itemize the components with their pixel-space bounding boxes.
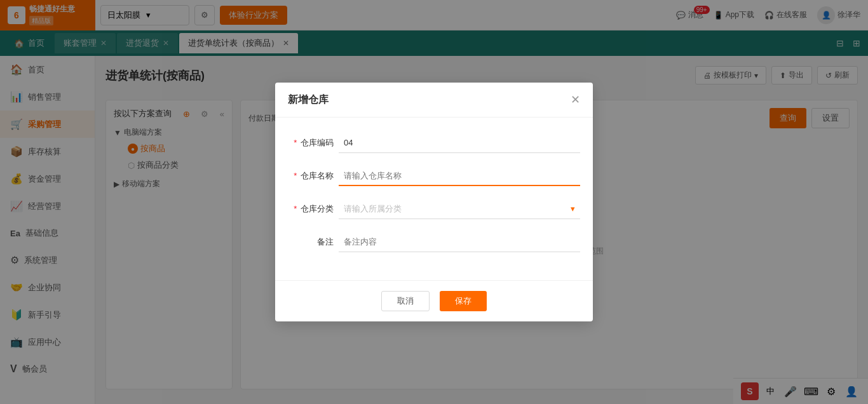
cancel-button[interactable]: 取消 bbox=[381, 291, 430, 311]
note-label: 备注 bbox=[288, 236, 339, 248]
modal-body: * 仓库编码 * 仓库名称 * 仓库分类 请输入所属 bbox=[275, 118, 593, 280]
form-row-name: * 仓库名称 bbox=[288, 166, 580, 186]
code-label: * 仓库编码 bbox=[288, 137, 339, 149]
form-row-category: * 仓库分类 请输入所属分类 ▾ bbox=[288, 199, 580, 219]
warehouse-name-input[interactable] bbox=[339, 166, 580, 186]
category-placeholder: 请输入所属分类 bbox=[344, 203, 402, 215]
warehouse-note-input[interactable] bbox=[339, 232, 580, 252]
warehouse-code-input[interactable] bbox=[339, 133, 580, 153]
modal-header: 新增仓库 ✕ bbox=[275, 83, 593, 118]
modal-new-warehouse: 新增仓库 ✕ * 仓库编码 * 仓库名称 bbox=[275, 83, 593, 321]
name-label: * 仓库名称 bbox=[288, 170, 339, 182]
form-row-code: * 仓库编码 bbox=[288, 133, 580, 153]
modal-footer: 取消 保存 bbox=[275, 280, 593, 321]
form-row-note: 备注 bbox=[288, 232, 580, 252]
modal-close-button[interactable]: ✕ bbox=[571, 93, 580, 107]
save-button[interactable]: 保存 bbox=[440, 291, 487, 311]
modal-title: 新增仓库 bbox=[288, 93, 329, 107]
category-dropdown-icon: ▾ bbox=[571, 204, 575, 213]
warehouse-category-select[interactable]: 请输入所属分类 ▾ bbox=[339, 199, 580, 219]
modal-overlay[interactable]: 新增仓库 ✕ * 仓库编码 * 仓库名称 bbox=[0, 0, 868, 404]
category-label: * 仓库分类 bbox=[288, 203, 339, 215]
